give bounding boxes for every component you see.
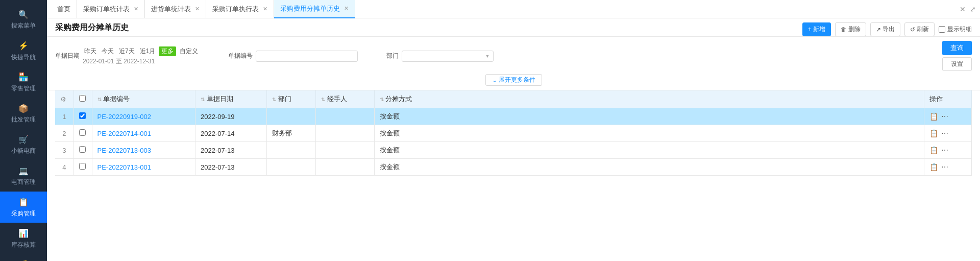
- row-handler: [316, 142, 375, 159]
- col-handler-sort-icon: ⇅: [321, 97, 325, 102]
- col-gear: ⚙: [55, 90, 74, 108]
- custom-btn[interactable]: 自定义: [178, 46, 200, 56]
- more-ops-icon[interactable]: ⋯: [941, 129, 948, 137]
- sidebar-item-库存核算[interactable]: 📊库存核算: [0, 223, 47, 254]
- row-checkbox[interactable]: [74, 159, 92, 176]
- row-dept: [267, 142, 316, 159]
- row-handler: [316, 159, 375, 176]
- sidebar-item-资金管理[interactable]: 💰资金管理: [0, 254, 47, 262]
- maximize-icon[interactable]: ⤢: [970, 5, 976, 13]
- dept-select[interactable]: [402, 51, 494, 62]
- tab-采购订单执行表[interactable]: 采购订单执行表✕: [206, 0, 274, 18]
- doc-no-link[interactable]: PE-20220713-003: [97, 147, 152, 154]
- refresh-button[interactable]: ↺ 刷新: [904, 22, 935, 36]
- table-row: 4 PE-20220713-001 2022-07-13 按金额 📋 ⋯: [55, 159, 972, 176]
- date-shortcuts: 昨天 今天 近7天 近1月 更多 自定义: [83, 46, 200, 56]
- tab-采购费用分摊单历史[interactable]: 采购费用分摊单历史✕: [274, 0, 355, 18]
- col-handler[interactable]: ⇅ 经手人: [316, 90, 375, 108]
- doc-no-link[interactable]: PE-20220919-002: [97, 113, 152, 121]
- sidebar-item-小畅电商[interactable]: 🛒小畅电商: [0, 129, 47, 160]
- doc-no-input[interactable]: [256, 51, 358, 62]
- dept-select-wrapper: [402, 51, 494, 62]
- tab-采购订单统计表[interactable]: 采购订单统计表✕: [77, 0, 145, 18]
- delete-icon: 🗑: [841, 26, 847, 33]
- tab-close-icon[interactable]: ✕: [263, 6, 267, 12]
- tab-首页[interactable]: 首页: [51, 0, 77, 18]
- sidebar-item-采购管理[interactable]: 📋采购管理: [0, 192, 47, 223]
- tab-close-icon[interactable]: ✕: [134, 6, 138, 12]
- row-handler: [316, 125, 375, 142]
- sidebar-item-零售管理[interactable]: 🏪零售管理: [0, 66, 47, 98]
- close-window-icon[interactable]: ✕: [960, 5, 966, 13]
- row-checkbox[interactable]: [74, 125, 92, 142]
- col-dept[interactable]: ⇅ 部门: [267, 90, 316, 108]
- page-title: 采购费用分摊单历史: [55, 22, 129, 33]
- row-ops: 📋 ⋯: [924, 142, 972, 159]
- select-all-checkbox[interactable]: [79, 95, 86, 102]
- row-method: 按金额: [374, 125, 924, 142]
- sidebar-icon: 🛒: [2, 134, 45, 146]
- tab-actions: ✕⤢: [960, 5, 976, 13]
- col-doc-no[interactable]: ⇅ 单据编号: [92, 90, 195, 108]
- col-doc-date[interactable]: ⇅ 单据日期: [195, 90, 267, 108]
- tab-close-icon[interactable]: ✕: [344, 5, 349, 12]
- row-doc-no: PE-20220919-002: [92, 108, 195, 125]
- table-header-row: ⚙ ⇅ 单据编号 ⇅ 单据日期 ⇅ 部门: [55, 90, 972, 108]
- tab-进货单统计表[interactable]: 进货单统计表✕: [145, 0, 206, 18]
- tab-close-icon[interactable]: ✕: [195, 6, 200, 12]
- sidebar-icon: 📊: [2, 228, 45, 239]
- col-ops: 操作: [924, 90, 972, 108]
- sidebar: 🔍搜索菜单⚡快捷导航🏪零售管理📦批发管理🛒小畅电商💻电商管理📋采购管理📊库存核算…: [0, 0, 47, 261]
- row-ops: 📋 ⋯: [924, 159, 972, 176]
- add-button[interactable]: + 新增: [802, 22, 831, 36]
- edit-icon[interactable]: 📋: [929, 163, 938, 171]
- more-ops-icon[interactable]: ⋯: [941, 146, 948, 154]
- sidebar-icon: 💰: [2, 259, 45, 262]
- date-range-display: 2022-01-01 至 2022-12-31: [83, 57, 200, 66]
- table-row: 1 PE-20220919-002 2022-09-19 按金额 📋 ⋯: [55, 108, 972, 125]
- dept-filter: 部门: [386, 51, 494, 62]
- expand-btn[interactable]: ⌄ 展开更多条件: [485, 74, 542, 86]
- row-handler: [316, 108, 375, 125]
- export-button[interactable]: ↗ 导出: [870, 22, 900, 36]
- sidebar-item-搜索菜单[interactable]: 🔍搜索菜单: [0, 4, 47, 35]
- sidebar-item-批发管理[interactable]: 📦批发管理: [0, 98, 47, 129]
- tab-bar: 首页采购订单统计表✕进货单统计表✕采购订单执行表✕采购费用分摊单历史✕✕⤢: [47, 0, 980, 18]
- dept-label: 部门: [386, 52, 399, 60]
- more-ops-icon[interactable]: ⋯: [941, 112, 948, 121]
- col-method[interactable]: ⇅ 分摊方式: [374, 90, 924, 108]
- show-detail-checkbox[interactable]: 显示明细: [939, 25, 972, 34]
- last7days-btn[interactable]: 近7天: [117, 46, 136, 56]
- row-checkbox[interactable]: [74, 108, 92, 125]
- data-table: ⚙ ⇅ 单据编号 ⇅ 单据日期 ⇅ 部门: [55, 90, 972, 176]
- sidebar-icon: 🔍: [2, 9, 45, 20]
- more-ops-icon[interactable]: ⋯: [941, 163, 948, 171]
- col-dept-sort-icon: ⇅: [272, 97, 276, 102]
- more-btn[interactable]: 更多: [159, 46, 176, 56]
- edit-icon[interactable]: 📋: [929, 129, 938, 137]
- doc-no-link[interactable]: PE-20220713-001: [97, 163, 152, 171]
- edit-icon[interactable]: 📋: [929, 146, 938, 154]
- row-number: 4: [55, 159, 74, 176]
- gear-icon[interactable]: ⚙: [60, 96, 66, 103]
- date-filter: 单据日期 昨天 今天 近7天 近1月 更多 自定义 2022-01-01 至 2…: [55, 46, 200, 66]
- edit-icon[interactable]: 📋: [929, 112, 938, 121]
- row-number: 1: [55, 108, 74, 125]
- query-button[interactable]: 查询: [942, 41, 972, 55]
- sidebar-icon: ⚡: [2, 40, 45, 52]
- sidebar-icon: 🏪: [2, 72, 45, 83]
- delete-button[interactable]: 🗑 删除: [835, 22, 866, 36]
- sidebar-item-快捷导航[interactable]: ⚡快捷导航: [0, 35, 47, 66]
- setting-button[interactable]: 设置: [942, 57, 972, 71]
- last1month-btn[interactable]: 近1月: [138, 46, 157, 56]
- today-btn[interactable]: 今天: [100, 46, 115, 56]
- row-doc-date: 2022-09-19: [195, 108, 267, 125]
- main-content: 首页采购订单统计表✕进货单统计表✕采购订单执行表✕采购费用分摊单历史✕✕⤢ 采购…: [47, 0, 980, 261]
- yesterday-btn[interactable]: 昨天: [83, 46, 98, 56]
- row-dept: [267, 159, 316, 176]
- expand-row: ⌄ 展开更多条件: [55, 74, 972, 86]
- row-method: 按金额: [374, 159, 924, 176]
- row-checkbox[interactable]: [74, 142, 92, 159]
- sidebar-item-电商管理[interactable]: 💻电商管理: [0, 160, 47, 192]
- doc-no-link[interactable]: PE-20220714-001: [97, 130, 152, 137]
